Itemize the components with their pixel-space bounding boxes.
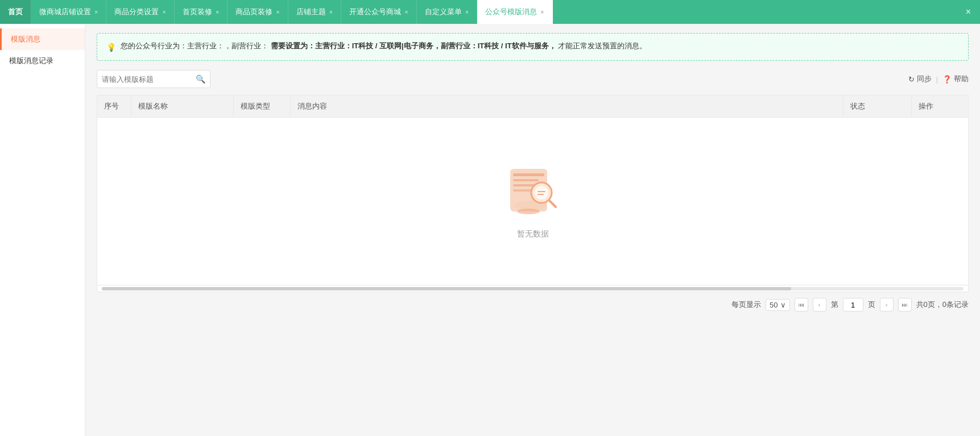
sync-icon: ↻: [908, 75, 915, 84]
nav-tab-custom-menu-close[interactable]: ×: [465, 9, 469, 15]
empty-state-row: 暂无数据: [97, 118, 969, 285]
prev-page-button[interactable]: ‹: [813, 298, 826, 312]
next-page-button[interactable]: ›: [880, 298, 894, 312]
col-header-type: 模版类型: [234, 95, 291, 118]
nav-tab-home-label: 首页: [8, 7, 23, 17]
sync-label: 同步: [917, 74, 932, 84]
nav-tab-store-theme-close[interactable]: ×: [329, 9, 333, 15]
last-page-button[interactable]: ⏭: [898, 298, 912, 312]
first-page-icon: ⏮: [798, 301, 804, 308]
notice-suffix: 才能正常发送预置的消息。: [558, 41, 647, 50]
nav-tab-custom-menu-label: 自定义菜单: [425, 7, 462, 17]
search-box: 🔍: [97, 70, 210, 88]
nav-tab-template-msg[interactable]: 公众号模版消息 ×: [477, 0, 552, 24]
svg-rect-3: [513, 179, 539, 181]
nav-tab-homepage-decor-close[interactable]: ×: [216, 9, 219, 15]
nav-tab-template-msg-close[interactable]: ×: [540, 9, 544, 15]
page-size-value: 50: [770, 301, 778, 309]
notice-highlight: 需要设置为：主营行业：IT科技 / 互联网|电子商务，副营行业：IT科技 / I…: [271, 41, 556, 50]
nav-tab-custom-menu[interactable]: 自定义菜单 ×: [417, 0, 477, 24]
toolbar-right: ↻ 同步 | ❓ 帮助: [908, 74, 969, 84]
empty-state: 暂无数据: [97, 118, 968, 285]
page-number-input[interactable]: [843, 298, 863, 312]
last-page-icon: ⏭: [902, 301, 908, 308]
svg-rect-2: [513, 173, 544, 176]
nav-tab-store-theme[interactable]: 店铺主题 ×: [288, 0, 341, 24]
nav-tab-template-msg-label: 公众号模版消息: [485, 7, 537, 17]
empty-text: 暂无数据: [97, 229, 968, 239]
horizontal-scrollbar[interactable]: [97, 285, 969, 292]
top-nav-bar: 首页 微商城店铺设置 × 商品分类设置 × 首页装修 × 商品页装修 × 店铺主…: [0, 0, 980, 24]
sidebar-item-template-msg-record[interactable]: 模版消息记录: [0, 50, 85, 72]
search-input[interactable]: [102, 75, 196, 84]
table-header-row: 序号 模版名称 模版类型 消息内容 状态 操作: [97, 95, 969, 118]
nav-tab-store-theme-label: 店铺主题: [296, 7, 326, 17]
nav-tab-product-category-label: 商品分类设置: [114, 7, 159, 17]
nav-tab-wechat-shop[interactable]: 微商城店铺设置 ×: [31, 0, 106, 24]
nav-tab-homepage-decor-label: 首页装修: [183, 7, 212, 17]
empty-illustration: [499, 152, 567, 220]
sidebar-item-template-msg[interactable]: 模版消息: [0, 28, 85, 50]
data-table: 序号 模版名称 模版类型 消息内容 状态 操作: [97, 95, 969, 285]
notice-text: 您的公众号行业为：主营行业：，副营行业： 需要设置为：主营行业：IT科技 / 互…: [121, 40, 647, 52]
nav-tab-open-public-mall[interactable]: 开通公众号商城 ×: [341, 0, 416, 24]
notice-icon: 💡: [106, 41, 116, 53]
nav-tab-product-page-decor[interactable]: 商品页装修 ×: [228, 0, 288, 24]
col-header-content: 消息内容: [291, 95, 843, 118]
svg-point-6: [517, 209, 540, 214]
prev-page-icon: ‹: [818, 301, 821, 308]
toolbar: 🔍 ↻ 同步 | ❓ 帮助: [97, 70, 969, 88]
notice-banner: 💡 您的公众号行业为：主营行业：，副营行业： 需要设置为：主营行业：IT科技 /…: [97, 33, 969, 61]
page-suffix: 页: [868, 300, 875, 310]
col-header-status: 状态: [843, 95, 912, 118]
page-label: 第: [831, 300, 838, 310]
next-page-icon: ›: [886, 301, 888, 308]
col-header-action: 操作: [912, 95, 969, 118]
nav-tab-wechat-shop-close[interactable]: ×: [94, 9, 98, 15]
sidebar-item-template-msg-label: 模版消息: [11, 35, 40, 43]
main-layout: 模版消息 模版消息记录 💡 您的公众号行业为：主营行业：，副营行业： 需要设置为…: [0, 24, 980, 436]
svg-point-8: [535, 186, 548, 200]
scrollbar-thumb[interactable]: [102, 287, 791, 290]
help-icon: ❓: [942, 75, 952, 84]
svg-line-9: [549, 200, 556, 207]
nav-tab-product-category[interactable]: 商品分类设置 ×: [106, 0, 174, 24]
nav-tab-product-category-close[interactable]: ×: [162, 9, 166, 15]
nav-tab-open-public-mall-close[interactable]: ×: [404, 9, 408, 15]
sidebar: 模版消息 模版消息记录: [0, 24, 85, 436]
col-header-seq: 序号: [97, 95, 131, 118]
toolbar-divider: |: [936, 75, 938, 84]
total-info: 共0页，0条记录: [916, 300, 969, 310]
search-icon[interactable]: 🔍: [196, 74, 205, 84]
nav-tab-product-page-decor-label: 商品页装修: [235, 7, 272, 17]
nav-tab-homepage-decor[interactable]: 首页装修 ×: [175, 0, 228, 24]
chevron-down-icon: ∨: [780, 301, 786, 309]
nav-tab-home[interactable]: 首页: [0, 0, 31, 24]
nav-tab-open-public-mall-label: 开通公众号商城: [349, 7, 401, 17]
content-area: 💡 您的公众号行业为：主营行业：，副营行业： 需要设置为：主营行业：IT科技 /…: [85, 24, 980, 436]
sync-button[interactable]: ↻ 同步: [908, 74, 932, 84]
col-header-name: 模版名称: [131, 95, 234, 118]
notice-prefix: 您的公众号行业为：主营行业：，副营行业：: [121, 41, 268, 50]
help-label: 帮助: [954, 74, 969, 84]
per-page-label: 每页显示: [731, 300, 761, 310]
scrollbar-track: [102, 287, 964, 290]
page-size-select[interactable]: 50 ∨: [766, 299, 789, 311]
empty-icon-svg: [499, 152, 567, 220]
global-close-button[interactable]: ×: [957, 7, 980, 17]
nav-tab-product-page-decor-close[interactable]: ×: [276, 9, 279, 15]
first-page-button[interactable]: ⏮: [795, 298, 808, 312]
sidebar-item-template-msg-record-label: 模版消息记录: [9, 56, 53, 65]
nav-tab-wechat-shop-label: 微商城店铺设置: [39, 7, 91, 17]
pagination: 每页显示 50 ∨ ⏮ ‹ 第 页 › ⏭ 共0页，0条记录: [97, 292, 969, 317]
help-button[interactable]: ❓ 帮助: [942, 74, 969, 84]
